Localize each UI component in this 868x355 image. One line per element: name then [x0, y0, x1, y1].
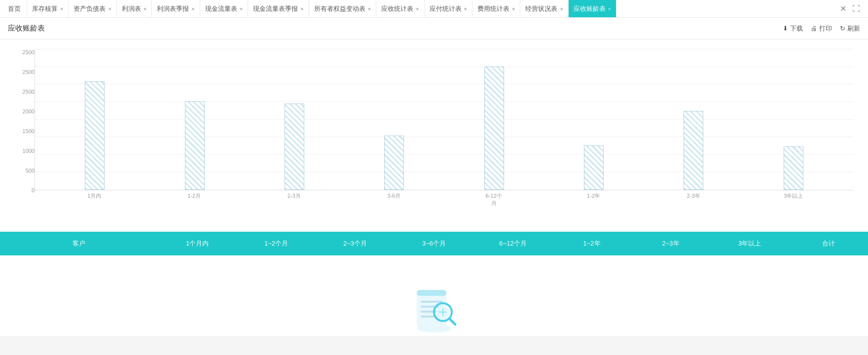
maximize-window-button[interactable]: ⛶ — [850, 2, 862, 15]
print-label: 打印 — [819, 24, 832, 33]
empty-icon — [404, 275, 464, 336]
x-label-2: 1-2月 — [184, 192, 204, 207]
tab-close-expense[interactable]: × — [512, 6, 515, 12]
tab-label: 现金流量表季报 — [253, 4, 298, 13]
tab-label: 库存核算 — [32, 4, 58, 13]
tab-equity[interactable]: 所有者权益变动表 × — [309, 0, 376, 18]
x-label-1: 1月内 — [84, 192, 104, 207]
col-2-3month: 2~3个月 — [316, 239, 395, 248]
refresh-button[interactable]: ↻ 刷新 — [840, 24, 860, 33]
tab-balance[interactable]: 资产负债表 × — [69, 0, 116, 18]
tab-close-cashflow-quarterly[interactable]: × — [300, 6, 303, 12]
chart-wrapper: 0 500 1000 1500 2000 2500 2500 2500 — [15, 49, 853, 207]
col-3-6month: 3~6个月 — [395, 239, 473, 248]
x-label-5: 6-12个月 — [484, 192, 504, 207]
col-1-2month: 1~2个月 — [237, 239, 316, 248]
download-button[interactable]: ⬇ 下载 — [783, 24, 803, 33]
tab-profit-quarterly[interactable]: 利润表季报 × — [152, 0, 200, 18]
tab-close-balance[interactable]: × — [108, 6, 111, 12]
bar-6 — [584, 145, 604, 190]
tab-ar-aging[interactable]: 应收账龄表 × — [569, 0, 616, 18]
tab-ar-stat[interactable]: 应收统计表 × — [376, 0, 424, 18]
col-2-3year: 2~3年 — [631, 239, 710, 248]
tab-close-operations[interactable]: × — [560, 6, 563, 12]
page-header: 应收账龄表 ⬇ 下载 🖨 打印 ↻ 刷新 — [0, 18, 868, 39]
y-label-500: 500 — [15, 168, 35, 174]
tab-bar: 首页 库存核算 × 资产负债表 × 利润表 × 利润表季报 × 现金流量表 × … — [0, 0, 868, 18]
y-label-1500: 1500 — [15, 128, 35, 134]
tab-label: 费用统计表 — [477, 4, 509, 13]
bar-7 — [684, 111, 703, 190]
tab-close-equity[interactable]: × — [368, 6, 371, 12]
x-label-8: 3年以上 — [784, 192, 803, 207]
x-labels: 1月内 1-2月 2-3月 3-6月 6-12个月 1-2年 2-3年 3年以上 — [35, 190, 853, 207]
col-6-12month: 6~12个月 — [473, 239, 552, 248]
tab-ap-stat[interactable]: 应付统计表 × — [425, 0, 472, 18]
refresh-label: 刷新 — [847, 24, 860, 33]
chart-body: 1月内 1-2月 2-3月 3-6月 6-12个月 1-2年 2-3年 3年以上 — [35, 49, 853, 207]
bar-group-3 — [285, 104, 304, 190]
tab-home[interactable]: 首页 — [2, 0, 27, 18]
tab-inventory[interactable]: 库存核算 × — [27, 0, 69, 18]
y-label-1000: 1000 — [15, 148, 35, 154]
main-content: 0 500 1000 1500 2000 2500 2500 2500 — [0, 39, 868, 336]
empty-state — [0, 255, 868, 336]
page-title: 应收账龄表 — [8, 24, 45, 33]
y-label-0: 0 — [15, 187, 35, 193]
print-icon: 🖨 — [811, 25, 817, 32]
print-button[interactable]: 🖨 打印 — [811, 24, 832, 33]
tab-close-cashflow[interactable]: × — [240, 6, 243, 12]
grid-and-bars — [35, 49, 853, 190]
tab-label: 资产负债表 — [73, 4, 106, 13]
col-1-2year: 1~2年 — [552, 239, 631, 248]
chart-area: 0 500 1000 1500 2000 2500 2500 2500 — [0, 39, 868, 232]
tab-profit[interactable]: 利润表 × — [117, 0, 152, 18]
y-label-2500b: 2500 — [15, 69, 35, 75]
table-header: 客户 1个月内 1~2个月 2~3个月 3~6个月 6~12个月 1~2年 2~… — [0, 232, 868, 255]
tab-close-inventory[interactable]: × — [60, 6, 63, 12]
col-customer: 客户 — [0, 239, 158, 248]
empty-illustration — [404, 275, 464, 334]
tab-close-profit-quarterly[interactable]: × — [191, 6, 194, 12]
bar-group-8 — [784, 146, 803, 190]
tab-label-active: 应收账龄表 — [574, 4, 606, 13]
download-icon: ⬇ — [783, 25, 788, 32]
download-label: 下载 — [790, 24, 803, 33]
header-actions: ⬇ 下载 🖨 打印 ↻ 刷新 — [783, 24, 860, 33]
tab-label: 应收统计表 — [381, 4, 413, 13]
tab-cashflow-quarterly[interactable]: 现金流量表季报 × — [248, 0, 309, 18]
bar-group-2 — [185, 101, 205, 190]
svg-line-9 — [449, 319, 455, 324]
tab-label: 经营状况表 — [525, 4, 557, 13]
svg-rect-3 — [421, 301, 442, 303]
tab-close-ar-stat[interactable]: × — [416, 6, 419, 12]
tab-expense[interactable]: 费用统计表 × — [472, 0, 520, 18]
bar-1 — [85, 81, 105, 190]
x-label-4: 3-6月 — [384, 192, 404, 207]
bars-container — [35, 49, 853, 190]
y-label-2500a: 2500 — [15, 89, 35, 95]
x-label-7: 2-3年 — [684, 192, 703, 207]
col-total: 合计 — [789, 239, 868, 248]
x-label-3: 2-3月 — [284, 192, 304, 207]
bar-3 — [285, 104, 304, 190]
bar-group-1 — [85, 81, 105, 190]
tab-close-profit[interactable]: × — [144, 6, 146, 12]
tab-operations[interactable]: 经营状况表 × — [520, 0, 568, 18]
refresh-icon: ↻ — [840, 25, 845, 32]
svg-rect-2 — [417, 290, 446, 296]
bar-group-6 — [584, 145, 604, 190]
tab-cashflow[interactable]: 现金流量表 × — [200, 0, 248, 18]
bar-4 — [384, 136, 404, 190]
tab-close-ar-aging[interactable]: × — [608, 6, 611, 12]
tab-label: 应付统计表 — [430, 4, 462, 13]
tab-home-label: 首页 — [8, 4, 21, 13]
tab-label: 所有者权益变动表 — [314, 4, 365, 13]
y-label-2000: 2000 — [15, 108, 35, 114]
bar-group-7 — [684, 111, 703, 190]
col-1month: 1个月内 — [158, 239, 237, 248]
x-label-6: 1-2年 — [584, 192, 604, 207]
window-controls: ✕ ⛶ — [838, 2, 866, 15]
tab-close-ap-stat[interactable]: × — [464, 6, 467, 12]
close-window-button[interactable]: ✕ — [838, 2, 848, 15]
